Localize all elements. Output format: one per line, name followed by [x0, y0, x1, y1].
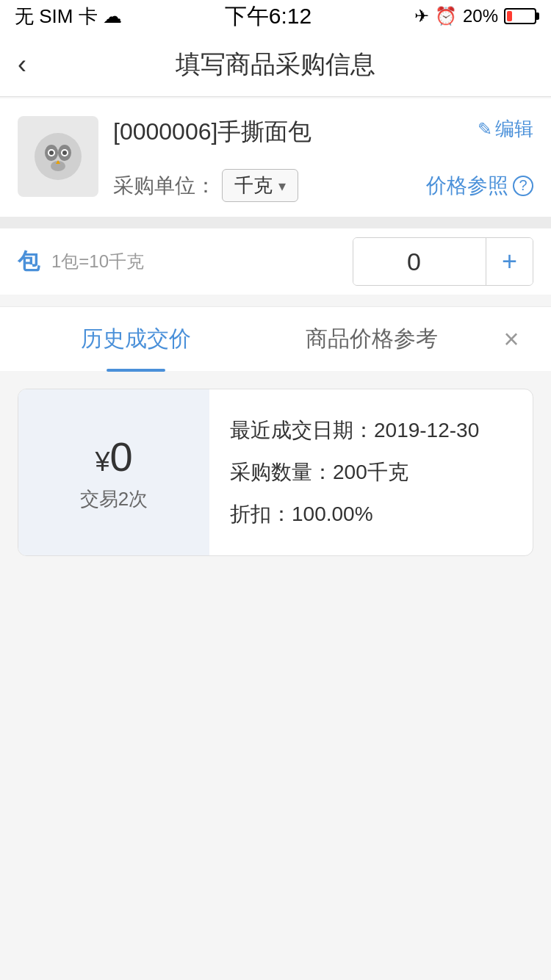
quantity-input-group: +: [353, 237, 533, 286]
unit-value: 千克: [234, 173, 273, 198]
price-amount: ¥0: [95, 433, 132, 480]
unit-dropdown-arrow: ▾: [278, 177, 286, 195]
price-detail-discount: 折扣：100.00%: [230, 500, 512, 528]
edit-button[interactable]: ✎ 编辑: [478, 116, 533, 142]
price-value: 0: [109, 433, 132, 480]
qty-value: 200千克: [333, 461, 408, 483]
nav-bar: ‹ 填写商品采购信息: [0, 32, 551, 97]
svg-point-5: [49, 151, 54, 155]
battery-icon: [504, 8, 536, 24]
price-detail-date: 最近成交日期：2019-12-30: [230, 416, 512, 444]
edit-label: 编辑: [495, 116, 533, 142]
price-reference-button[interactable]: 价格参照 ?: [426, 172, 533, 200]
page-title: 填写商品采购信息: [176, 48, 375, 82]
quantity-input[interactable]: [353, 238, 486, 285]
tab-product-price-ref[interactable]: 商品价格参考: [253, 307, 489, 372]
price-card: ¥0 交易2次 最近成交日期：2019-12-30 采购数量：200千克 折扣：…: [18, 389, 533, 556]
price-currency: ¥: [95, 447, 109, 477]
status-time: 下午6:12: [225, 1, 311, 32]
status-bar: 无 SIM 卡 ☁ 下午6:12 ✈ ⏰ 20%: [0, 0, 551, 32]
alarm-icon: ⏰: [435, 6, 457, 26]
discount-value: 100.00%: [292, 502, 373, 525]
product-name: [0000006]手撕面包: [113, 116, 478, 148]
status-right-group: ✈ ⏰ 20%: [414, 6, 536, 26]
battery-fill: [507, 11, 512, 21]
quantity-plus-button[interactable]: +: [486, 238, 533, 285]
price-card-right: 最近成交日期：2019-12-30 采购数量：200千克 折扣：100.00%: [209, 389, 533, 555]
location-icon: ✈: [414, 6, 429, 26]
product-header: [0000006]手撕面包 ✎ 编辑: [113, 116, 533, 148]
product-info: [0000006]手撕面包 ✎ 编辑 采购单位： 千克 ▾ 价格参照 ?: [113, 116, 533, 202]
svg-point-0: [35, 133, 82, 180]
tab-history-label: 历史成交价: [81, 324, 191, 354]
price-detail-qty: 采购数量：200千克: [230, 458, 512, 486]
edit-icon: ✎: [478, 119, 492, 140]
tab-history-price[interactable]: 历史成交价: [18, 307, 253, 372]
svg-point-6: [62, 151, 67, 155]
tab-product-price-ref-label: 商品价格参考: [306, 324, 438, 354]
unit-label: 采购单位：: [113, 172, 216, 200]
section-divider: [0, 217, 551, 228]
status-signal: 无 SIM 卡 ☁: [15, 4, 122, 29]
product-unit-row: 采购单位： 千克 ▾ 价格参照 ?: [113, 169, 533, 202]
battery-percent: 20%: [463, 6, 498, 26]
tab-close-button[interactable]: ×: [489, 317, 533, 361]
back-button[interactable]: ‹: [18, 49, 26, 80]
quantity-unit-badge: 包: [18, 247, 40, 277]
product-image: [18, 116, 98, 197]
date-value: 2019-12-30: [374, 419, 479, 442]
tabs-bar: 历史成交价 商品价格参考 ×: [0, 306, 551, 371]
quantity-row: 包 1包=10千克 +: [0, 228, 551, 295]
date-label: 最近成交日期：: [230, 419, 374, 442]
quantity-unit-info: 包 1包=10千克: [18, 247, 353, 277]
price-times: 交易2次: [80, 486, 148, 512]
quantity-unit-sub: 1包=10千克: [51, 250, 144, 273]
qty-label: 采购数量：: [230, 461, 333, 483]
unit-select[interactable]: 千克 ▾: [222, 169, 298, 202]
discount-label: 折扣：: [230, 502, 292, 525]
product-logo-icon: [32, 131, 84, 182]
price-card-left: ¥0 交易2次: [18, 389, 209, 555]
price-ref-label: 价格参照: [426, 172, 508, 200]
product-section: [0000006]手撕面包 ✎ 编辑 采购单位： 千克 ▾ 价格参照 ?: [0, 98, 551, 217]
content-area: ¥0 交易2次 最近成交日期：2019-12-30 采购数量：200千克 折扣：…: [0, 371, 551, 665]
price-ref-help-icon: ?: [513, 176, 533, 196]
